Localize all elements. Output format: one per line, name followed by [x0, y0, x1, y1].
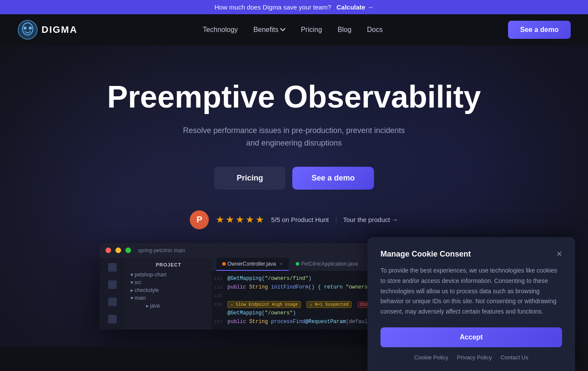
tree-item-main: ▾ main — [129, 294, 208, 302]
cookie-title: Manage Cookie Consent — [380, 250, 471, 259]
tour-product-link[interactable]: Tour the product → — [343, 216, 398, 223]
contact-us-link[interactable]: Contact Us — [501, 354, 528, 361]
tree-item-checkstyle: ▸ checkstyle — [129, 286, 208, 294]
tree-item-java: ▸ java — [144, 302, 208, 310]
divider — [336, 215, 336, 225]
nav-blog[interactable]: Blog — [338, 26, 352, 34]
logo-text: DIGMA — [42, 24, 77, 35]
tab-dot-green — [296, 262, 299, 266]
cookie-body: To provide the best experiences, we use … — [380, 266, 562, 317]
star-2: ★ — [226, 214, 234, 225]
svg-point-2 — [24, 27, 27, 30]
tab-close-owner[interactable]: × — [279, 260, 283, 267]
ide-window-title: spring-petclinic main — [138, 247, 185, 254]
announcement-cta[interactable]: Calculate → — [336, 3, 374, 11]
main-nav: Technology Benefits Pricing Blog Docs — [203, 26, 383, 34]
tree-item-petshop: ▾ petshop-chart — [129, 271, 208, 279]
star-3: ★ — [236, 214, 244, 225]
ide-sidebar — [99, 258, 125, 330]
rating-text: 5/5 on Product Hunt — [271, 216, 329, 223]
nav-technology[interactable]: Technology — [203, 26, 238, 34]
cookie-close-button[interactable]: × — [556, 249, 562, 259]
warning-n1: ⚠ N+1 Suspected — [307, 301, 352, 308]
nav-docs[interactable]: Docs — [367, 26, 383, 34]
nav-pricing[interactable]: Pricing — [301, 26, 322, 34]
announcement-bar: How much does Digma save your team? Calc… — [0, 0, 588, 14]
ide-tab-petclinic[interactable]: PetClinicApplication.java — [290, 258, 364, 271]
privacy-policy-link[interactable]: Privacy Policy — [457, 354, 492, 361]
hero-subtitle: Resolve performance issues in pre-produc… — [182, 124, 406, 149]
ide-dot-green — [125, 247, 131, 253]
tab-dot-orange — [222, 262, 226, 266]
cookie-header: Manage Cookie Consent × — [380, 249, 562, 259]
hero-buttons: Pricing See a demo — [17, 167, 571, 190]
ide-sidebar-icon-1 — [108, 263, 117, 272]
header-demo-button[interactable]: See a demo — [508, 21, 571, 39]
ide-sidebar-icon-3 — [108, 298, 117, 306]
ide-sidebar-icon-2 — [108, 280, 117, 289]
cookie-banner: Manage Cookie Consent × To provide the b… — [368, 237, 575, 371]
svg-point-3 — [29, 27, 32, 30]
hero-pricing-button[interactable]: Pricing — [214, 167, 285, 190]
ide-file-tree: Project ▾ petshop-chart ▾ src ▸ checksty… — [125, 258, 212, 330]
logo-link[interactable]: DIGMA — [17, 19, 77, 40]
social-proof: P ★ ★ ★ ★ ★ 5/5 on Product Hunt Tour the… — [17, 210, 571, 229]
tree-item-src: ▾ src — [129, 279, 208, 286]
hero-title: Preemptive Observability — [17, 80, 571, 114]
star-1: ★ — [216, 214, 224, 225]
product-hunt-badge: P — [190, 210, 209, 229]
ide-dot-yellow — [115, 247, 121, 253]
ide-sidebar-icon-4 — [108, 315, 117, 323]
star-5: ★ — [256, 214, 264, 225]
chevron-down-icon — [280, 28, 285, 32]
hero-demo-button[interactable]: See a demo — [292, 167, 374, 190]
cookie-policy-link[interactable]: Cookie Policy — [414, 354, 448, 361]
ide-file-tree-header: Project — [129, 262, 208, 267]
header: DIGMA Technology Benefits Pricing Blog D… — [0, 14, 588, 45]
nav-benefits[interactable]: Benefits — [253, 26, 285, 34]
star-rating: ★ ★ ★ ★ ★ — [216, 214, 264, 225]
star-4: ★ — [246, 214, 254, 225]
warning-slow-endpoint: ⚠ Slow Endpoint High Usage — [227, 301, 301, 308]
ide-tab-owner-controller[interactable]: OwnerController.java × — [216, 258, 289, 271]
cookie-accept-button[interactable]: Accept — [380, 327, 562, 347]
ide-dot-red — [105, 247, 111, 253]
cookie-links: Cookie Policy Privacy Policy Contact Us — [380, 354, 562, 361]
announcement-text: How much does Digma save your team? — [214, 3, 331, 11]
logo-icon — [17, 19, 38, 40]
